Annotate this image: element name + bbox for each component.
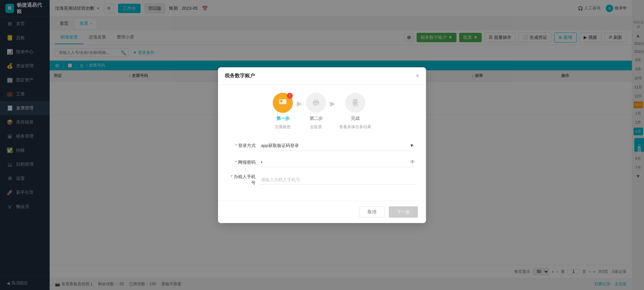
svg-rect-14	[354, 104, 356, 105]
step-2: 第二步 去取票	[306, 93, 326, 130]
login-method-value: app获取验证码登录	[261, 143, 299, 149]
step-1: ! 第一步 完善账密	[273, 93, 293, 130]
net-pwd-label: 网报密码	[229, 159, 256, 165]
svg-rect-3	[282, 100, 285, 101]
step-arrow-2: ▶	[330, 93, 335, 107]
modal-header: 税务数字账户 ×	[218, 67, 426, 85]
tax-digital-modal: 税务数字账户 × !	[218, 67, 426, 223]
step-1-person-icon	[278, 98, 288, 108]
step-3: 完成 查看具体任务结果	[339, 93, 371, 130]
net-pwd-input-wrap: 👁	[260, 158, 415, 167]
form-row-taxpayer-phone: 办税人手机号	[229, 174, 415, 186]
modal-close-btn[interactable]: ×	[416, 73, 419, 79]
step-3-desc: 查看具体任务结果	[339, 124, 371, 130]
step-1-badge: !	[287, 93, 293, 99]
svg-rect-8	[314, 104, 318, 104]
svg-rect-11	[354, 99, 357, 100]
svg-rect-9	[314, 105, 317, 105]
next-btn[interactable]: 下一步	[389, 206, 418, 218]
modal-body: ! 第一步 完善账密 ▶	[218, 85, 426, 201]
svg-rect-6	[314, 99, 318, 101]
step-2-icon-wrap	[306, 93, 326, 113]
cancel-btn[interactable]: 取消	[359, 206, 385, 218]
steps: ! 第一步 完善账密 ▶	[229, 93, 415, 130]
step-3-icon-wrap	[345, 93, 365, 113]
step-3-clipboard-icon	[350, 98, 360, 108]
step-1-label: 第一步	[276, 116, 289, 122]
step-2-desc: 去取票	[310, 124, 322, 130]
taxpayer-phone-label: 办税人手机号	[229, 174, 256, 186]
chevron-down-icon: ▼	[410, 143, 414, 148]
step-1-icon-wrap: !	[273, 93, 293, 113]
step-2-label: 第二步	[310, 116, 323, 122]
login-method-select[interactable]: app获取验证码登录 ▼	[260, 141, 415, 151]
step-1-desc: 完善账密	[275, 124, 291, 130]
modal-footer: 取消 下一步	[218, 201, 426, 223]
svg-rect-2	[279, 104, 286, 106]
taxpayer-phone-input[interactable]	[260, 175, 415, 185]
modal-overlay: 税务数字账户 × !	[0, 0, 644, 290]
net-pwd-input[interactable]	[260, 158, 410, 167]
login-method-label: 登录方式	[229, 143, 256, 149]
svg-rect-13	[354, 103, 356, 103]
svg-point-1	[280, 100, 283, 102]
svg-rect-7	[314, 103, 318, 106]
svg-rect-4	[282, 101, 284, 102]
step-2-printer-icon	[311, 98, 321, 108]
form-row-login-method: 登录方式 app获取验证码登录 ▼	[229, 141, 415, 151]
step-arrow-1: ▶	[297, 93, 302, 107]
form-row-net-pwd: 网报密码 👁	[229, 158, 415, 167]
svg-rect-12	[354, 102, 357, 102]
modal-title: 税务数字账户	[225, 73, 255, 79]
step-3-label: 完成	[351, 116, 360, 122]
eye-icon[interactable]: 👁	[410, 159, 415, 165]
